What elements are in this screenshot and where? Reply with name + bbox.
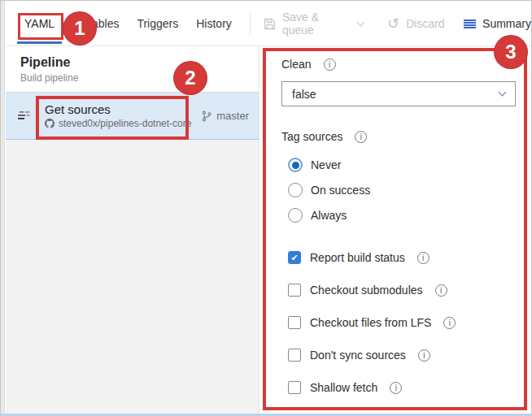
radio-on-success-label: On success [311, 184, 370, 197]
tab-strip: YAML Variables Triggers History [6, 1, 241, 46]
info-icon[interactable] [417, 252, 430, 264]
info-icon[interactable] [324, 58, 336, 71]
checkbox[interactable] [288, 349, 301, 362]
github-icon [45, 119, 55, 128]
tab-triggers[interactable]: Triggers [128, 1, 187, 46]
info-icon[interactable] [418, 349, 430, 362]
chevron-down-icon [357, 18, 365, 26]
options-checkbox-group: Report build status Checkout submodules … [281, 249, 499, 396]
radio-on-success[interactable]: On success [288, 182, 499, 198]
checkbox-checkout-submodules[interactable]: Checkout submodules [288, 282, 499, 298]
checkbox[interactable] [288, 316, 301, 329]
header-tab-bar: YAML Variables Triggers History [6, 1, 531, 46]
tab-yaml[interactable]: YAML [15, 1, 63, 46]
pipeline-sidebar: Pipeline Build pipeline Get sources [6, 46, 259, 414]
radio-button[interactable] [288, 208, 303, 223]
chevron-down-icon [499, 89, 507, 97]
repo-name: steved0x/pipelines-dotnet-core [59, 118, 191, 129]
checkbox-shallow-fetch[interactable]: Shallow fetch [288, 379, 499, 396]
discard-label: Discard [406, 17, 444, 30]
get-sources-title: Get sources [45, 102, 191, 116]
checkbox-label: Checkout submodules [310, 284, 423, 297]
checkbox[interactable] [288, 251, 301, 264]
info-icon[interactable] [443, 317, 456, 329]
get-sources-settings-panel: Clean false Tag sources Never On success [260, 46, 531, 414]
tag-sources-radio-group: Never On success Always [281, 157, 499, 223]
checkbox-label: Shallow fetch [310, 381, 377, 394]
branch-name: master [216, 110, 249, 122]
checkbox-checkout-files-from-lfs[interactable]: Checkout files from LFS [288, 314, 499, 331]
checkbox-label: Checkout files from LFS [310, 316, 431, 329]
tag-sources-label-row: Tag sources [281, 130, 499, 143]
tab-history[interactable]: History [187, 1, 241, 46]
clean-label: Clean [281, 58, 312, 71]
checkbox[interactable] [288, 284, 301, 297]
radio-always-label: Always [311, 209, 347, 222]
toolbar-divider [250, 13, 251, 34]
pipeline-header: Pipeline Build pipeline [6, 46, 259, 93]
tab-variables-label: Variables [72, 17, 119, 30]
checkbox-report-build-status[interactable]: Report build status [288, 249, 499, 266]
tab-variables[interactable]: Variables [63, 1, 128, 46]
tag-sources-label: Tag sources [281, 130, 342, 143]
get-sources-main: Get sources steved0x/pipelines-dotnet-co… [40, 102, 191, 129]
save-icon [264, 18, 276, 30]
tab-history-label: History [196, 17, 232, 30]
repo-line: steved0x/pipelines-dotnet-core [45, 118, 191, 129]
checkbox[interactable] [288, 381, 301, 394]
checkbox-label: Don't sync sources [310, 349, 406, 362]
radio-button[interactable] [288, 183, 303, 197]
discard-button[interactable]: ↺ Discard [387, 16, 445, 31]
clean-dropdown-value: false [292, 88, 316, 101]
pipeline-editor-window: YAML Variables Triggers History [0, 0, 532, 416]
radio-never-label: Never [311, 158, 341, 171]
clean-field-label-row: Clean [281, 58, 499, 71]
tab-triggers-label: Triggers [137, 17, 178, 30]
summary-list-icon [464, 19, 476, 29]
checkbox-label: Report build status [310, 251, 405, 264]
sidebar-empty-area [6, 140, 259, 414]
summary-button[interactable]: Summary [464, 17, 531, 30]
radio-always[interactable]: Always [288, 207, 499, 223]
left-edge-gutter [1, 1, 5, 414]
info-icon[interactable] [435, 284, 447, 297]
info-icon[interactable] [390, 382, 402, 394]
tasks-icon [6, 110, 40, 121]
undo-icon: ↺ [387, 16, 399, 31]
pipeline-title: Pipeline [20, 55, 259, 70]
save-queue-label: Save & queue [282, 11, 351, 37]
summary-label: Summary [482, 17, 531, 30]
clean-dropdown[interactable]: false [281, 81, 516, 106]
git-branch-icon [202, 110, 211, 122]
branch-selector[interactable]: master [202, 110, 259, 122]
toolbar: Save & queue ↺ Discard Summary [250, 1, 531, 46]
settings-content: Clean false Tag sources Never On success [260, 46, 531, 414]
checkbox-dont-sync-sources[interactable]: Don't sync sources [288, 347, 499, 363]
save-queue-button[interactable]: Save & queue [264, 11, 364, 37]
radio-button[interactable] [288, 158, 303, 172]
pipeline-subtitle: Build pipeline [20, 72, 259, 84]
tab-yaml-label: YAML [24, 17, 55, 30]
info-icon[interactable] [355, 131, 367, 143]
radio-never[interactable]: Never [288, 157, 499, 173]
get-sources-row[interactable]: Get sources steved0x/pipelines-dotnet-co… [6, 93, 259, 140]
